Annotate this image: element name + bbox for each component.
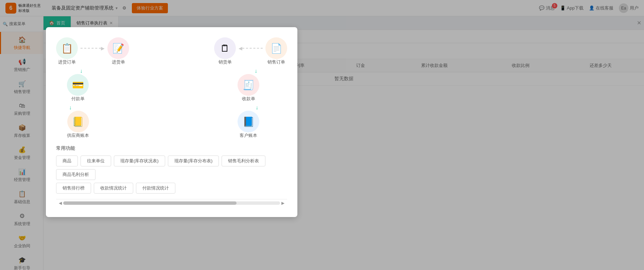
func-btn-5[interactable]: 商品毛利分析	[56, 169, 95, 180]
receipt-node: 🧾 收款单	[238, 74, 259, 102]
supplier-account-icon: 📒	[67, 111, 89, 132]
receipt-label: 收款单	[242, 96, 255, 102]
customer-account-icon: 📘	[238, 111, 259, 132]
modal-overlay[interactable]: 📋 进货订单 ▶ 📝 进货单	[0, 0, 644, 270]
func-btn-8[interactable]: 付款情况统计	[136, 183, 175, 194]
scrollbar-thumb[interactable]	[63, 201, 237, 205]
payment-label: 付款单	[71, 96, 85, 102]
app-wrapper: 6 畅康通好生意 标准版 装备及固定资产辅助管理系统 ▾ ⚙ 体验行业方案 💬 …	[0, 0, 644, 270]
flow-modal: 📋 进货订单 ▶ 📝 进货单	[46, 27, 297, 217]
purchase-bill-node: 📝 进货单	[107, 37, 129, 65]
payment-node: 💳 付款单	[67, 74, 89, 102]
supplier-account-label: 供应商账本	[67, 132, 89, 139]
common-functions-title: 常用功能	[56, 145, 287, 151]
common-functions: 常用功能 商品往来单位现存量(库存状况表)现存量(库存分布表)销售毛利分析表商品…	[56, 145, 287, 194]
sales-order-node: 📄 销售订单	[265, 37, 287, 65]
sales-bill-node: 🗒 销货单	[214, 37, 236, 65]
func-buttons-row1: 商品往来单位现存量(库存状况表)现存量(库存分布表)销售毛利分析表商品毛利分析	[56, 156, 287, 180]
customer-account-label: 客户账本	[240, 132, 257, 139]
purchase-order-icon: 📋	[56, 37, 78, 59]
purchase-bill-label: 进货单	[112, 59, 125, 65]
flow-diagram: 📋 进货订单 ▶ 📝 进货单	[56, 37, 287, 139]
func-btn-1[interactable]: 往来单位	[81, 156, 111, 166]
purchase-order-label: 进货订单	[58, 59, 76, 65]
func-btn-4[interactable]: 销售毛利分析表	[222, 156, 265, 166]
scroll-left-icon[interactable]: ◀	[59, 201, 62, 205]
scroll-right-icon[interactable]: ▶	[281, 201, 284, 205]
receipt-icon: 🧾	[238, 74, 259, 96]
sales-bill-icon: 🗒	[214, 37, 236, 59]
func-btn-7[interactable]: 收款情况统计	[94, 183, 133, 194]
supplier-account-node: 📒 供应商账本	[67, 111, 89, 139]
purchase-bill-icon: 📝	[107, 37, 129, 59]
func-btn-0[interactable]: 商品	[56, 156, 78, 166]
func-btn-3[interactable]: 现存量(库存分布表)	[168, 156, 219, 166]
scrollbar-track[interactable]	[63, 201, 280, 205]
scrollbar-row: ◀ ▶	[56, 199, 287, 207]
func-buttons-row2: 销售排行榜收款情况统计付款情况统计	[56, 183, 287, 194]
func-btn-2[interactable]: 现存量(库存状况表)	[114, 156, 165, 166]
sales-order-icon: 📄	[265, 37, 287, 59]
sales-order-label: 销售订单	[267, 59, 285, 65]
payment-icon: 💳	[67, 74, 89, 96]
sales-bill-label: 销货单	[219, 59, 232, 65]
purchase-order-node: 📋 进货订单	[56, 37, 78, 65]
customer-account-node: 📘 客户账本	[238, 111, 259, 139]
func-btn-6[interactable]: 销售排行榜	[56, 183, 91, 194]
